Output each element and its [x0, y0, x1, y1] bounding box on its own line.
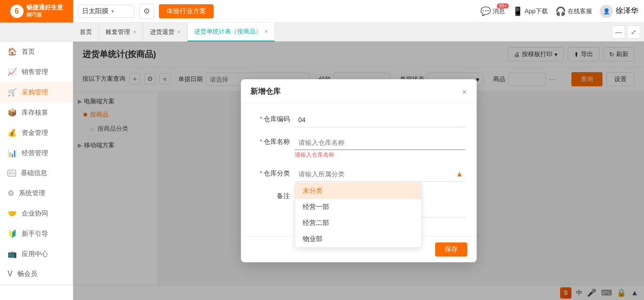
- warehouse-category-row: 仓库分类 ▲ 未分类 经营一部 经营二部 物业部: [252, 167, 465, 182]
- tab-accounts-close-icon[interactable]: ×: [133, 29, 136, 35]
- app-sub: 精巧版: [26, 11, 63, 18]
- tab-accounts[interactable]: 账套管理 ×: [99, 23, 143, 42]
- tab-expand-icon[interactable]: ⤢: [627, 25, 640, 39]
- sidebar-item-operations[interactable]: 📊 经营管理: [0, 143, 73, 163]
- warehouse-name-control: 请输入仓库名称: [295, 135, 465, 159]
- sidebar-item-system-label: 系统管理: [19, 189, 45, 198]
- warehouse-note-label: 备注: [252, 189, 295, 200]
- sidebar-item-inventory-label: 库存核算: [22, 108, 48, 117]
- tab-home[interactable]: 首页: [73, 23, 99, 42]
- tab-purchase-stats[interactable]: 进货单统计表（按商品） ×: [188, 23, 275, 42]
- system-icon: ⚙: [8, 189, 14, 198]
- new-warehouse-modal: 新增仓库 × 仓库编码 仓库名称: [241, 79, 477, 262]
- dropdown-item-uncategorized[interactable]: 未分类: [295, 183, 421, 199]
- tab-home-label: 首页: [80, 28, 92, 36]
- save-button[interactable]: 保存: [435, 242, 467, 257]
- main-layout: 🏠 首页 📈 销售管理 🛒 采购管理 📦 库存核算 💰 资金管理 📊 经营管理 …: [0, 42, 644, 300]
- tab-bar-controls: — ⤢: [612, 25, 644, 39]
- sidebar-item-operations-label: 经营管理: [22, 149, 48, 158]
- warehouse-category-control: ▲ 未分类 经营一部 经营二部 物业部: [295, 167, 465, 182]
- message-icon: 💬: [480, 6, 491, 17]
- modal-close-btn[interactable]: ×: [462, 88, 467, 96]
- category-dropdown: 未分类 经营一部 经营二部 物业部: [295, 183, 422, 248]
- sidebar-item-finance[interactable]: 💰 资金管理: [0, 123, 73, 143]
- vip-icon: V: [8, 270, 13, 278]
- user-area[interactable]: 👤 徐泽华: [600, 5, 638, 18]
- tab-purchase-return[interactable]: 进货退货 ×: [143, 23, 188, 42]
- category-dropdown-arrow-icon[interactable]: ▲: [456, 170, 463, 178]
- sidebar-item-app-center-label: 应用中心: [22, 250, 48, 258]
- sidebar-item-vip-label: 畅会员: [17, 270, 37, 278]
- gear-icon: ⚙: [143, 7, 150, 16]
- app-download-label: App下载: [525, 7, 548, 16]
- modal-body: 仓库编码 仓库名称 请输入仓库名称: [241, 103, 477, 236]
- sidebar-item-app-center[interactable]: 📺 应用中心: [0, 244, 73, 264]
- online-service-label: 在线客服: [568, 7, 592, 16]
- sidebar-item-sales-label: 销售管理: [22, 68, 48, 76]
- tab-minimize-icon[interactable]: —: [612, 25, 625, 39]
- settings-icon-btn[interactable]: ⚙: [139, 4, 154, 19]
- sidebar-item-home[interactable]: 🏠 首页: [0, 42, 73, 62]
- dropdown-item-ops1[interactable]: 经营一部: [295, 199, 421, 215]
- sidebar-item-sales[interactable]: 📈 销售管理: [0, 62, 73, 82]
- basic-info-icon: EA: [8, 170, 16, 176]
- org-selector[interactable]: 日太阳膜 ▾: [78, 5, 134, 18]
- org-name: 日太阳膜: [82, 7, 108, 16]
- sidebar-item-collab-label: 企业协同: [22, 209, 48, 218]
- warehouse-category-label: 仓库分类: [252, 167, 295, 178]
- tab-purchase-return-close-icon[interactable]: ×: [177, 29, 181, 35]
- sidebar-item-system[interactable]: ⚙ 系统管理: [0, 183, 73, 203]
- app-name: 畅捷通好生意: [26, 4, 63, 11]
- dropdown-item-ops2[interactable]: 经营二部: [295, 215, 421, 231]
- sidebar-item-home-label: 首页: [22, 48, 35, 56]
- sidebar-item-basic-info-label: 基础信息: [21, 169, 47, 177]
- sidebar-item-basic-info[interactable]: EA 基础信息: [0, 163, 73, 183]
- top-bar: 6 畅捷通好生意 精巧版 日太阳膜 ▾ ⚙ 体验行业方案 💬 消息 99+ 📱 …: [0, 0, 644, 23]
- warehouse-name-error: 请输入仓库名称: [295, 151, 465, 159]
- tab-purchase-stats-label: 进货单统计表（按商品）: [194, 27, 262, 36]
- tab-accounts-label: 账套管理: [106, 28, 130, 36]
- sidebar-item-guide-label: 新手引导: [22, 230, 48, 238]
- warehouse-code-input[interactable]: [295, 112, 465, 127]
- warehouse-name-label: 仓库名称: [252, 135, 295, 146]
- sidebar-item-guide[interactable]: 🔰 新手引导: [0, 224, 73, 244]
- message-area[interactable]: 💬 消息 99+: [480, 6, 505, 17]
- warehouse-code-control: [295, 112, 465, 127]
- tab-purchase-return-label: 进货退货: [150, 28, 174, 36]
- username: 徐泽华: [616, 6, 638, 16]
- trial-button[interactable]: 体验行业方案: [159, 4, 214, 18]
- headset-icon: 🎧: [555, 6, 566, 17]
- modal-title: 新增仓库: [250, 87, 281, 97]
- modal-header: 新增仓库 ×: [241, 79, 477, 103]
- sidebar-item-purchase[interactable]: 🛒 采购管理: [0, 82, 73, 102]
- home-icon: 🏠: [8, 47, 17, 56]
- collab-icon: 🤝: [8, 209, 17, 218]
- sales-icon: 📈: [8, 67, 17, 76]
- logo-area: 6 畅捷通好生意 精巧版: [0, 0, 73, 23]
- sidebar: 🏠 首页 📈 销售管理 🛒 采购管理 📦 库存核算 💰 资金管理 📊 经营管理 …: [0, 42, 73, 300]
- warehouse-name-input[interactable]: [295, 135, 465, 150]
- tab-purchase-stats-close-icon[interactable]: ×: [264, 28, 268, 35]
- app-center-icon: 📺: [8, 250, 17, 258]
- modal-overlay: 新增仓库 × 仓库编码 仓库名称: [73, 42, 644, 300]
- warehouse-code-label: 仓库编码: [252, 112, 295, 124]
- dropdown-item-property[interactable]: 物业部: [295, 231, 421, 247]
- logo-icon: 6: [10, 5, 24, 18]
- online-service-area[interactable]: 🎧 在线客服: [555, 6, 592, 17]
- warehouse-name-row: 仓库名称 请输入仓库名称: [252, 135, 465, 159]
- sidebar-item-collab[interactable]: 🤝 企业协同: [0, 203, 73, 224]
- sidebar-item-finance-label: 资金管理: [22, 129, 48, 137]
- guide-icon: 🔰: [8, 229, 17, 238]
- user-avatar: 👤: [600, 5, 613, 18]
- inventory-icon: 📦: [8, 108, 17, 117]
- phone-icon: 📱: [512, 6, 523, 17]
- message-badge: 99+: [497, 3, 509, 8]
- top-right-area: 💬 消息 99+ 📱 App下载 🎧 在线客服 👤 徐泽华: [480, 5, 638, 18]
- app-download-area[interactable]: 📱 App下载: [512, 6, 548, 17]
- sidebar-item-vip[interactable]: V 畅会员: [0, 264, 73, 284]
- tab-bar: 首页 账套管理 × 进货退货 × 进货单统计表（按商品） × — ⤢: [0, 23, 644, 42]
- warehouse-code-row: 仓库编码: [252, 112, 465, 127]
- purchase-icon: 🛒: [8, 88, 17, 97]
- warehouse-category-input[interactable]: [295, 167, 465, 182]
- sidebar-item-inventory[interactable]: 📦 库存核算: [0, 102, 73, 123]
